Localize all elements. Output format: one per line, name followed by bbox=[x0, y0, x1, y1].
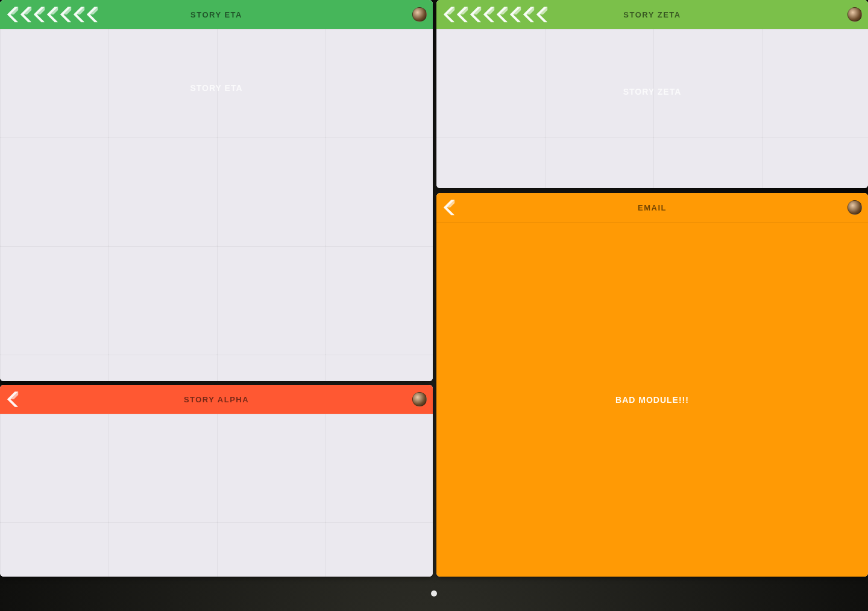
chevron-left-icon bbox=[46, 5, 59, 24]
pane-body[interactable] bbox=[0, 414, 433, 577]
chevron-left-icon bbox=[86, 5, 99, 24]
chevron-left-icon bbox=[442, 198, 456, 217]
pane-email[interactable]: EMAIL BAD MODULE!!! bbox=[436, 193, 868, 577]
pane-body[interactable]: BAD MODULE!!! bbox=[436, 223, 868, 577]
chevron-left-icon bbox=[522, 5, 535, 24]
pane-story-eta[interactable]: STORY ETA STORY ETA bbox=[0, 0, 433, 381]
header-chevrons bbox=[6, 390, 19, 408]
pane-body-text: STORY ZETA bbox=[623, 87, 682, 97]
chevron-left-icon bbox=[19, 5, 33, 24]
avatar[interactable] bbox=[412, 392, 427, 407]
chevron-left-icon bbox=[442, 5, 456, 24]
chevron-left-icon bbox=[72, 5, 86, 24]
pane-body[interactable]: STORY ZETA bbox=[436, 29, 868, 188]
workspace-grid: STORY ETA STORY ETA STORY ZETA bbox=[0, 0, 868, 611]
header-chevrons bbox=[6, 5, 99, 24]
avatar[interactable] bbox=[848, 200, 862, 215]
error-message: BAD MODULE!!! bbox=[615, 395, 689, 405]
pane-story-zeta[interactable]: STORY ZETA STORY ZETA bbox=[436, 0, 868, 188]
chevron-left-icon bbox=[456, 5, 469, 24]
header-chevrons bbox=[442, 5, 549, 24]
avatar[interactable] bbox=[848, 7, 862, 22]
pane-header[interactable]: STORY ZETA bbox=[436, 0, 868, 29]
pane-title: STORY ALPHA bbox=[0, 395, 433, 404]
pane-header[interactable]: STORY ALPHA bbox=[0, 385, 433, 414]
chevron-left-icon bbox=[482, 5, 495, 24]
pane-title: EMAIL bbox=[436, 203, 868, 212]
chevron-left-icon bbox=[33, 5, 46, 24]
chevron-left-icon bbox=[6, 5, 19, 24]
page-indicator-dot[interactable] bbox=[431, 590, 437, 597]
chevron-left-icon bbox=[509, 5, 522, 24]
pane-body[interactable]: STORY ETA bbox=[0, 29, 433, 381]
pane-story-alpha[interactable]: STORY ALPHA bbox=[0, 385, 433, 577]
pane-body-text: STORY ETA bbox=[190, 83, 242, 93]
chevron-left-icon bbox=[535, 5, 549, 24]
pane-header[interactable]: EMAIL bbox=[436, 193, 868, 223]
chevron-left-icon bbox=[6, 390, 19, 408]
avatar[interactable] bbox=[412, 7, 427, 22]
chevron-left-icon bbox=[469, 5, 482, 24]
pane-header[interactable]: STORY ETA bbox=[0, 0, 433, 29]
header-chevrons bbox=[442, 198, 456, 217]
chevron-left-icon bbox=[495, 5, 509, 24]
chevron-left-icon bbox=[59, 5, 72, 24]
